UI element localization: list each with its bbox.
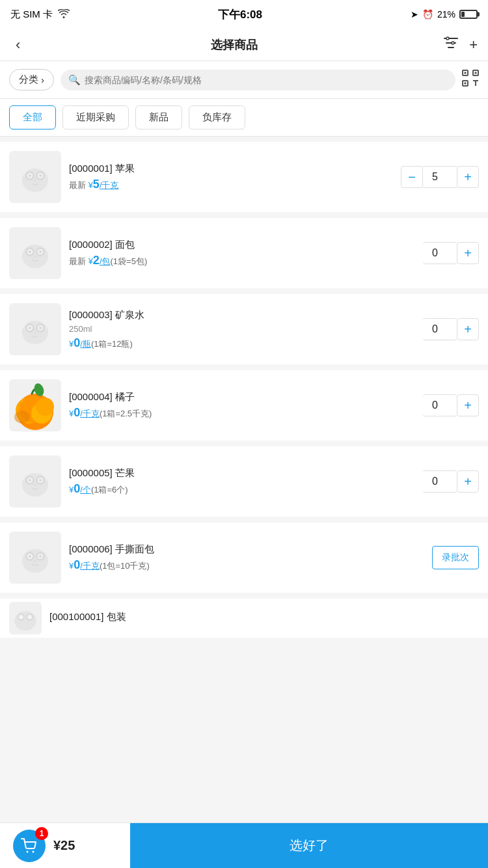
wifi-icon xyxy=(58,9,70,20)
svg-point-65 xyxy=(27,850,29,852)
divider xyxy=(0,289,488,294)
back-button[interactable]: ‹ xyxy=(10,31,25,59)
carrier-label: 无 SIM 卡 xyxy=(10,8,53,21)
battery-icon xyxy=(459,10,478,19)
svg-point-4 xyxy=(452,42,454,44)
quantity-control-0000001: − + xyxy=(401,166,479,188)
svg-point-41 xyxy=(14,411,30,424)
product-name: [0000003] 矿泉水 xyxy=(69,309,415,321)
product-image-partial xyxy=(9,602,42,634)
tab-new[interactable]: 新品 xyxy=(135,105,182,129)
product-image-0000006 xyxy=(9,532,61,584)
search-input[interactable] xyxy=(85,75,448,85)
svg-point-49 xyxy=(29,479,31,481)
quantity-control-0000003: + xyxy=(423,318,479,340)
quantity-input[interactable] xyxy=(423,242,457,264)
product-image-0000005 xyxy=(9,455,61,508)
increase-button[interactable]: + xyxy=(457,318,479,340)
quantity-input[interactable] xyxy=(423,470,457,493)
table-row: [000100001] 包装 xyxy=(0,599,488,638)
category-chevron: › xyxy=(41,74,44,85)
product-image-0000004 xyxy=(9,379,61,431)
product-info-0000006: [0000006] 手撕面包 ¥0/千克(1包=10千克) xyxy=(69,543,424,572)
confirm-button[interactable]: 选好了 xyxy=(130,823,488,869)
tab-all[interactable]: 全部 xyxy=(9,105,56,129)
svg-point-27 xyxy=(39,251,42,253)
svg-point-18 xyxy=(29,174,31,177)
category-button[interactable]: 分类 › xyxy=(9,69,54,90)
product-name: [0000004] 橘子 xyxy=(69,391,415,403)
svg-point-63 xyxy=(19,615,23,619)
product-spec: 250ml xyxy=(69,324,415,334)
status-time: 下午6:08 xyxy=(218,7,262,22)
divider xyxy=(0,593,488,599)
product-price: ¥0/个(1箱=6个) xyxy=(69,482,415,496)
svg-point-64 xyxy=(27,615,32,619)
page-title: 选择商品 xyxy=(211,37,258,53)
increase-button[interactable]: + xyxy=(457,470,479,493)
record-batch-button[interactable]: 录批次 xyxy=(432,546,479,569)
bottom-bar: 1 ¥25 选好了 xyxy=(0,822,488,868)
product-info-0000005: [0000005] 芒果 ¥0/个(1箱=6个) xyxy=(69,467,415,496)
search-box[interactable]: 🔍 xyxy=(61,70,455,90)
divider xyxy=(0,365,488,370)
search-icon: 🔍 xyxy=(68,74,81,86)
product-price: ¥0/瓶(1箱=12瓶) xyxy=(69,336,415,350)
product-list: [0000001] 苹果 最新 ¥5/千克 − + xyxy=(0,142,488,638)
tab-recent[interactable]: 近期采购 xyxy=(62,105,129,129)
product-price: 最新 ¥5/千克 xyxy=(69,178,393,191)
divider-top xyxy=(0,137,488,142)
increase-button[interactable]: + xyxy=(457,242,479,264)
filter-icon[interactable] xyxy=(443,36,459,54)
product-name: [0000005] 芒果 xyxy=(69,467,415,480)
product-price: ¥0/千克(1包=10千克) xyxy=(69,558,424,572)
table-row: [0000004] 橘子 ¥0/千克(1箱=2.5千克) + xyxy=(0,370,488,441)
product-name: [0000002] 面包 xyxy=(69,239,415,251)
quantity-control-0000004: + xyxy=(423,394,479,416)
product-price: ¥0/千克(1箱=2.5千克) xyxy=(69,406,415,420)
product-image-0000003 xyxy=(9,303,61,355)
table-row: [0000003] 矿泉水 250ml ¥0/瓶(1箱=12瓶) + xyxy=(0,294,488,364)
increase-button[interactable]: + xyxy=(457,166,479,188)
nav-actions: + xyxy=(443,36,478,54)
svg-point-57 xyxy=(29,555,31,558)
product-info-0000004: [0000004] 橘子 ¥0/千克(1箱=2.5千克) xyxy=(69,391,415,420)
product-info-0000003: [0000003] 矿泉水 250ml ¥0/瓶(1箱=12瓶) xyxy=(69,309,415,350)
cart-section: 1 ¥25 xyxy=(0,830,130,862)
table-row: [0000002] 面包 最新 ¥2/包(1袋=5包) + xyxy=(0,218,488,288)
product-price: 最新 ¥2/包(1袋=5包) xyxy=(69,254,415,267)
svg-point-66 xyxy=(33,850,34,852)
svg-rect-8 xyxy=(465,72,467,74)
decrease-button[interactable]: − xyxy=(401,166,423,188)
cart-icon[interactable]: 1 xyxy=(13,830,46,862)
product-info-partial: [000100001] 包装 xyxy=(49,611,479,626)
divider xyxy=(0,441,488,446)
table-row: [0000001] 苹果 最新 ¥5/千克 − + xyxy=(0,142,488,212)
increase-button[interactable]: + xyxy=(457,394,479,416)
product-name: [0000006] 手撕面包 xyxy=(69,543,424,556)
status-left: 无 SIM 卡 xyxy=(10,8,70,21)
alarm-icon: ⏰ xyxy=(422,9,433,20)
cart-total: ¥25 xyxy=(53,838,75,853)
add-button[interactable]: + xyxy=(469,36,478,53)
product-name: [000100001] 包装 xyxy=(49,611,479,623)
scan-icon[interactable] xyxy=(462,70,479,90)
tab-negative[interactable]: 负库存 xyxy=(189,105,245,129)
svg-point-43 xyxy=(36,398,54,416)
svg-point-58 xyxy=(39,555,42,558)
quantity-control-0000005: + xyxy=(423,470,479,493)
quantity-input[interactable] xyxy=(423,394,457,416)
nav-bar: ‹ 选择商品 + xyxy=(0,29,488,61)
svg-point-19 xyxy=(39,174,42,177)
filter-tabs: 全部 近期采购 新品 负库存 xyxy=(0,99,488,137)
quantity-input[interactable] xyxy=(423,318,457,340)
quantity-input[interactable] xyxy=(423,166,457,188)
product-info-0000002: [0000002] 面包 最新 ¥2/包(1袋=5包) xyxy=(69,239,415,267)
quantity-control-0000002: + xyxy=(423,242,479,264)
product-info-0000001: [0000001] 苹果 最新 ¥5/千克 xyxy=(69,163,393,191)
svg-point-34 xyxy=(29,327,31,329)
svg-point-35 xyxy=(39,327,42,329)
product-image-0000001 xyxy=(9,151,61,203)
category-label: 分类 xyxy=(19,74,38,86)
battery-percent: 21% xyxy=(437,9,455,20)
